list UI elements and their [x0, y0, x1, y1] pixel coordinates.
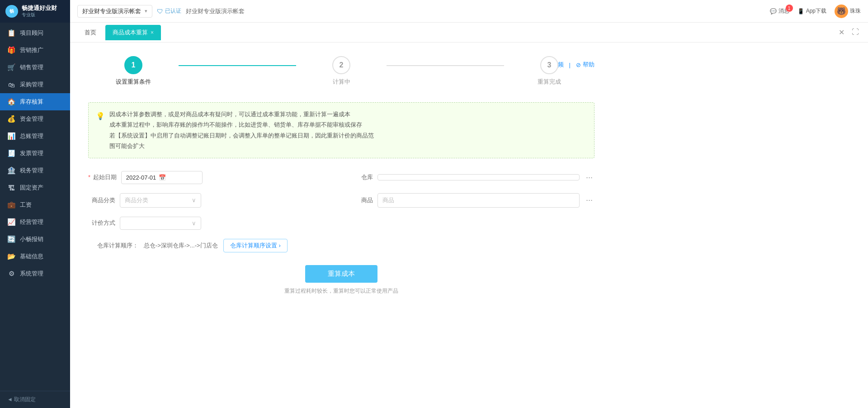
- expand-icon[interactable]: ⛶: [850, 26, 861, 38]
- ops-icon: 📈: [7, 218, 15, 226]
- warning-icon: 💡: [96, 110, 105, 152]
- step-2-circle: 2: [332, 56, 350, 74]
- start-date-input[interactable]: 2022-07-01 📅: [121, 171, 203, 184]
- sidebar-item-system[interactable]: ⚙ 系统管理: [0, 265, 70, 282]
- company-name: 好业财专业版演示帐套: [186, 7, 245, 15]
- sidebar-item-accounting[interactable]: 📊 总账管理: [0, 128, 70, 145]
- tab-home[interactable]: 首页: [77, 25, 104, 40]
- pricing-label: 计价方式: [88, 219, 115, 227]
- project-icon: 📋: [7, 29, 15, 37]
- finance-icon: 💰: [7, 115, 15, 123]
- notification-badge: 1: [786, 5, 793, 12]
- purchase-icon: 🛍: [7, 81, 15, 89]
- pricing-select[interactable]: ∨: [120, 217, 201, 230]
- content-area: 1 设置重算条件 2 计算中 3: [70, 43, 868, 408]
- category-label: 商品分类: [88, 196, 115, 204]
- phone-icon: 📱: [797, 8, 804, 14]
- sidebar-item-finance[interactable]: 💰 资金管理: [0, 110, 70, 128]
- sidebar-header: 畅 畅捷通好业财 专业版: [0, 0, 70, 23]
- category-select[interactable]: 商品分类 ∨: [120, 193, 201, 208]
- steps-container: 1 设置重算条件 2 计算中 3: [88, 56, 594, 86]
- sales-icon: 🛒: [7, 63, 15, 71]
- steps-connector-1: [179, 65, 296, 66]
- sidebar-item-expense[interactable]: 🔄 小畅报销: [0, 231, 70, 248]
- product-field: 商品 商品 ···: [346, 193, 594, 208]
- sidebar-title: 畅捷通好业财: [22, 5, 57, 12]
- notice-line-2: 成本重算过程中，影响库存账的操作均不能操作，比如进货单、销货单、库存单据不能审核…: [109, 119, 374, 130]
- shield-icon: 🛡: [157, 8, 163, 15]
- step-2: 2 计算中: [296, 56, 387, 86]
- sidebar-item-marketing[interactable]: 🎁 营销推广: [0, 42, 70, 59]
- content-inner: 1 设置重算条件 2 计算中 3: [70, 43, 613, 308]
- sidebar-item-tax[interactable]: 🏦 税务管理: [0, 162, 70, 179]
- tabbar: 首页 商品成本重算 × ✕ ⛶: [70, 23, 868, 43]
- inventory-icon: 🏠: [7, 98, 15, 106]
- form-row-2: 商品分类 商品分类 ∨ 商品 商品 ···: [88, 193, 594, 208]
- warehouse-order-value: 总仓->深圳仓库->...->门店仓: [144, 242, 218, 250]
- warehouse-more-icon[interactable]: ···: [584, 173, 594, 182]
- payroll-icon: 💼: [7, 201, 15, 209]
- warehouse-input[interactable]: [377, 174, 580, 180]
- question-icon: ⊘: [576, 62, 581, 68]
- account-selector[interactable]: 好业财专业版演示帐套 ▾: [77, 5, 152, 18]
- user-avatar[interactable]: 🐻 珠珠: [835, 5, 861, 18]
- step-1: 1 设置重算条件: [88, 56, 179, 86]
- message-icon: 💬: [770, 8, 777, 14]
- fixed-icon: 🏗: [7, 184, 15, 192]
- sidebar-logo: 畅: [5, 5, 18, 18]
- steps-connector-2: [387, 65, 504, 66]
- sidebar-item-payroll[interactable]: 💼 工资: [0, 196, 70, 213]
- tab-cost-recalc[interactable]: 商品成本重算 ×: [105, 25, 161, 40]
- step-2-label: 计算中: [333, 78, 350, 86]
- form-row-1: * 起始日期 2022-07-01 📅 仓库 ···: [88, 171, 594, 184]
- avatar: 🐻: [835, 5, 848, 18]
- form-row-3: 计价方式 ∨: [88, 217, 594, 230]
- product-more-icon[interactable]: ···: [584, 195, 594, 205]
- sidebar-unpin-button[interactable]: ◄ 取消固定: [0, 391, 70, 408]
- topbar: 好业财专业版演示帐套 ▾ 🛡 已认证 好业财专业版演示帐套 💬 消息 1 📱 A…: [70, 0, 868, 23]
- step-1-circle: 1: [124, 56, 142, 74]
- required-star: *: [88, 174, 90, 180]
- tab-close-icon[interactable]: ×: [151, 29, 154, 36]
- system-icon: ⚙: [7, 270, 15, 278]
- sidebar-item-fixed[interactable]: 🏗 固定资产: [0, 179, 70, 196]
- sidebar-item-basic[interactable]: 📂 基础信息: [0, 248, 70, 265]
- invoice-icon: 🧾: [7, 149, 15, 157]
- sidebar-nav: 📋 项目顾问 🎁 营销推广 🛒 销售管理 🛍 采购管理 🏠 库存核算 💰 资金管…: [0, 23, 70, 391]
- category-field: 商品分类 商品分类 ∨: [88, 193, 337, 208]
- notice-line-3: 若【系统设置】中启用了自动调整记账日期时，会调整入库单的整单记账日期，因此重新计…: [109, 130, 374, 141]
- sidebar-item-purchase[interactable]: 🛍 采购管理: [0, 76, 70, 93]
- chevron-right-icon: ›: [279, 242, 281, 249]
- notice-text: 因成本计算参数调整，或是对商品成本有疑问时，可以通过成本重算功能，重新计算一遍成…: [109, 109, 374, 152]
- warehouse-order-row: 仓库计算顺序： 总仓->深圳仓库->...->门店仓 仓库计算顺序设置 ›: [88, 239, 594, 252]
- sidebar-item-sales[interactable]: 🛒 销售管理: [0, 59, 70, 76]
- notice-box: 💡 因成本计算参数调整，或是对商品成本有疑问时，可以通过成本重算功能，重新计算一…: [88, 102, 594, 158]
- step-1-label: 设置重算条件: [116, 78, 151, 86]
- sidebar-item-invoice[interactable]: 🧾 发票管理: [0, 145, 70, 162]
- warehouse-order-settings-button[interactable]: 仓库计算顺序设置 ›: [223, 239, 288, 252]
- account-name: 好业财专业版演示帐套: [82, 7, 141, 15]
- submit-area: 重算成本 重算过程耗时较长，重算时您可以正常使用产品: [88, 265, 594, 295]
- pricing-field: 计价方式 ∨: [88, 217, 337, 230]
- topbar-right: 💬 消息 1 📱 App下载 🐻 珠珠: [770, 5, 861, 18]
- close-window-icon[interactable]: ✕: [837, 26, 846, 38]
- tax-icon: 🏦: [7, 166, 15, 175]
- sidebar-subtitle: 专业版: [22, 12, 57, 18]
- chevron-down-icon: ∨: [192, 220, 196, 227]
- sidebar-item-ops[interactable]: 📈 经营管理: [0, 213, 70, 231]
- start-date-label: * 起始日期: [88, 173, 117, 181]
- sidebar-item-project[interactable]: 📋 项目顾问: [0, 24, 70, 42]
- app-download-button[interactable]: 📱 App下载: [797, 7, 826, 15]
- product-input[interactable]: 商品: [377, 193, 580, 208]
- start-date-field: * 起始日期 2022-07-01 📅: [88, 171, 337, 184]
- help-link[interactable]: ⊘ 帮助: [576, 61, 594, 69]
- recalculate-button[interactable]: 重算成本: [305, 265, 377, 283]
- sidebar-item-inventory[interactable]: 🏠 库存核算: [0, 93, 70, 110]
- chevron-down-icon: ▾: [145, 8, 147, 14]
- warehouse-label: 仓库: [346, 173, 373, 181]
- warehouse-field: 仓库 ···: [346, 173, 594, 182]
- product-label: 商品: [346, 196, 373, 204]
- notice-line-1: 因成本计算参数调整，或是对商品成本有疑问时，可以通过成本重算功能，重新计算一遍成…: [109, 109, 374, 119]
- submit-hint: 重算过程耗时较长，重算时您可以正常使用产品: [88, 287, 594, 295]
- message-button[interactable]: 💬 消息 1: [770, 7, 789, 15]
